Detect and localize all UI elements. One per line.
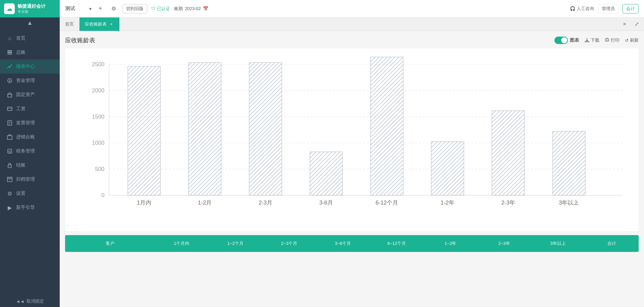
sidebar-item-label-closing: 结账: [16, 162, 25, 168]
th-1-2year: 1~2年: [424, 235, 477, 252]
sidebar-item-closing[interactable]: 结账: [0, 158, 60, 172]
sidebar-item-label-inventory: 进销台账: [16, 134, 35, 140]
sidebar-item-label-tax: 税务管理: [16, 148, 35, 154]
svg-rect-6: [7, 107, 12, 111]
help-label: 人工咨询: [577, 6, 594, 12]
svg-text:3年以上: 3年以上: [559, 200, 579, 206]
funds-icon: $: [7, 78, 13, 84]
tab-home[interactable]: 首页: [60, 17, 79, 31]
bar-chart-svg: 0 500 1000 1500 2000 2500: [72, 55, 632, 223]
download-btn[interactable]: 下载: [585, 37, 599, 43]
tab-aging-label: 应收账龄表: [85, 21, 107, 27]
svg-text:1月内: 1月内: [137, 200, 151, 206]
svg-text:税: 税: [8, 150, 11, 153]
topbar: 测试 ▾ + ⚙ 切到旧版 🛡 已认证 账期 2023-02 📅 🎧 人工咨询 …: [60, 0, 644, 17]
company-dropdown[interactable]: ▾: [89, 6, 92, 11]
svg-text:500: 500: [95, 166, 105, 172]
sidebar-item-label-wages: 工资: [16, 106, 25, 112]
topbar-settings-btn[interactable]: ⚙: [109, 4, 118, 13]
settings-icon: ⚙: [7, 190, 13, 196]
app-logo-icon: ☁: [4, 3, 15, 14]
svg-text:2-3年: 2-3年: [501, 200, 515, 206]
download-icon: [585, 38, 589, 43]
tax-icon: 税: [7, 148, 13, 154]
main-area: 测试 ▾ + ⚙ 切到旧版 🛡 已认证 账期 2023-02 📅 🎧 人工咨询 …: [60, 0, 644, 307]
inventory-icon: [7, 134, 13, 140]
refresh-icon: ↺: [625, 38, 629, 43]
th-6-12month: 6~12个月: [370, 235, 423, 252]
sidebar-logo: ☁ 畅捷通好会计 专业版: [0, 0, 60, 17]
page-actions: 图表 下载 打印 ↺ 刷新: [554, 37, 639, 44]
th-1-2month: 1~2个月: [209, 235, 262, 252]
th-3-6month: 3~6个月: [316, 235, 370, 252]
add-btn[interactable]: +: [96, 4, 105, 13]
svg-text:0: 0: [101, 192, 104, 199]
sidebar-item-label-settings: 设置: [16, 190, 25, 196]
sidebar-item-label-funds: 资金管理: [16, 78, 35, 84]
bar-1-2月: [189, 62, 221, 195]
toggle-knob: [561, 37, 567, 43]
pin-left-icon: ◄◄: [16, 299, 24, 304]
svg-rect-19: [605, 39, 609, 41]
window-expand-btn[interactable]: ⤢: [632, 19, 641, 29]
archive-icon: [7, 176, 13, 182]
bar-6-12个月: [371, 57, 403, 195]
sidebar-item-funds[interactable]: $ 资金管理: [0, 74, 60, 88]
sidebar-item-invoices[interactable]: 发票管理: [0, 116, 60, 130]
sidebar: ☁ 畅捷通好会计 专业版 ▲ ⌂ 首页 总账: [0, 0, 60, 307]
table-header: 客户 1个月内 1~2个月 2~3个月 3~6个月 6~12个月 1~2年 2~…: [65, 235, 639, 252]
refresh-btn[interactable]: ↺ 刷新: [625, 37, 639, 43]
th-2-3year: 2~3年: [477, 235, 531, 252]
wages-icon: [7, 106, 13, 112]
aging-table: 客户 1个月内 1~2个月 2~3个月 3~6个月 6~12个月 1~2年 2~…: [65, 235, 639, 252]
chart-toggle-label: 图表: [570, 37, 579, 43]
sidebar-item-wages[interactable]: 工资: [0, 102, 60, 116]
headset-icon: 🎧: [570, 6, 575, 11]
sidebar-item-home[interactable]: ⌂ 首页: [0, 31, 60, 45]
sidebar-nav: ⌂ 首页 总账 报表中心 $ 资金管理: [0, 29, 60, 217]
sidebar-scroll-up[interactable]: ▲: [0, 18, 60, 28]
cancel-fixed-btn[interactable]: ◄◄ 取消固定: [0, 296, 60, 307]
chart-area: 0 500 1000 1500 2000 2500: [65, 48, 639, 231]
cancel-fixed-label: 取消固定: [26, 298, 44, 304]
sidebar-item-assets[interactable]: 固定资产: [0, 88, 60, 102]
oldver-btn[interactable]: 切到旧版: [122, 4, 147, 13]
page-header: 应收账龄表 图表 下载 打: [65, 36, 639, 44]
bar-1-2年: [431, 141, 464, 195]
sidebar-item-tax[interactable]: 税 税务管理: [0, 144, 60, 158]
company-name: 测试: [65, 5, 85, 12]
sidebar-nav-scroll: ⌂ 首页 总账 报表中心 $ 资金管理: [0, 29, 60, 296]
tab-aging[interactable]: 应收账龄表 ×: [79, 17, 119, 31]
print-btn[interactable]: 打印: [605, 37, 620, 43]
help-btn[interactable]: 🎧 人工咨询: [570, 6, 594, 12]
sidebar-item-ledger[interactable]: 总账: [0, 45, 60, 59]
shield-icon: 🛡: [151, 6, 156, 11]
sidebar-item-settings[interactable]: ⚙ 设置: [0, 186, 60, 201]
sidebar-item-archive[interactable]: 归档管理: [0, 172, 60, 186]
chart-toggle[interactable]: [554, 37, 568, 44]
app-edition: 专业版: [17, 9, 46, 14]
th-2-3month: 2~3个月: [262, 235, 316, 252]
bar-2-3月: [249, 62, 282, 195]
invoices-icon: [7, 120, 13, 126]
sidebar-item-label-invoices: 发票管理: [16, 120, 35, 126]
sidebar-item-reports[interactable]: 报表中心: [0, 59, 60, 74]
sidebar-item-label-guide: 新手引导: [16, 205, 35, 211]
svg-text:1-2月: 1-2月: [198, 200, 212, 206]
sidebar-item-label-assets: 固定资产: [16, 92, 35, 98]
guide-icon: ▶: [7, 205, 13, 211]
svg-rect-20: [606, 40, 608, 41]
user-btn[interactable]: 管理员: [598, 4, 619, 13]
bar-3年以上: [552, 131, 585, 195]
role-btn[interactable]: 会计: [623, 4, 639, 13]
tab-aging-close[interactable]: ×: [109, 21, 114, 27]
svg-text:2500: 2500: [92, 61, 104, 68]
svg-text:$: $: [9, 79, 10, 83]
calendar-icon[interactable]: 📅: [203, 6, 208, 11]
sidebar-item-label-reports: 报表中心: [16, 63, 35, 70]
window-close-btn[interactable]: ×: [620, 19, 629, 29]
tabs-bar: 首页 应收账龄表 × × ⤢: [60, 17, 644, 31]
sidebar-item-guide[interactable]: ▶ 新手引导: [0, 201, 60, 215]
th-total: 合计: [585, 235, 639, 252]
sidebar-item-inventory[interactable]: 进销台账: [0, 130, 60, 144]
